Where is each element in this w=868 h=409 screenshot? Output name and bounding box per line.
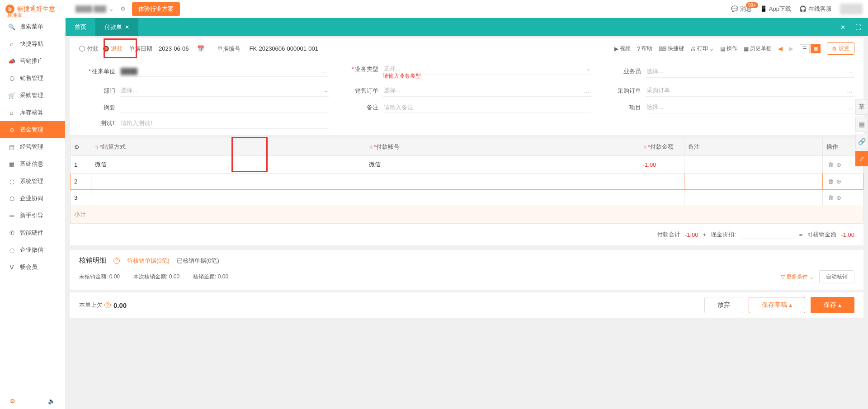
rail-draft-icon[interactable]: 草 xyxy=(855,99,868,115)
delete-icon[interactable]: 🗑 xyxy=(828,178,834,185)
sidebar-item-collab[interactable]: ⬡企业协同 xyxy=(0,190,65,207)
messages-link[interactable]: 💬 消息 99+ xyxy=(731,5,752,13)
logo-sub: 标准版 xyxy=(7,12,22,19)
abandon-button[interactable]: 放弃 xyxy=(704,297,743,313)
field-salesperson[interactable]: 业务员 选择...… xyxy=(605,63,854,80)
verification-section: 核销明细 ? 待核销单据(0笔) 已核销单据(0笔) 未核销金额: 0.00 本… xyxy=(70,250,863,290)
field-remark[interactable]: 备注 xyxy=(342,101,592,113)
messages-badge: 99+ xyxy=(746,2,758,8)
device-icon: ✆ xyxy=(8,230,15,236)
close-icon[interactable]: ✕ xyxy=(125,24,129,30)
field-biz-type[interactable]: *业务类型 选择...⌄ xyxy=(342,63,592,75)
prev-doc-icon[interactable]: ◀ xyxy=(778,45,783,52)
hex2-icon: ⬡ xyxy=(8,195,15,202)
field-dept[interactable]: 部门 选择...⌄ xyxy=(79,85,329,97)
sidebar-item-marketing[interactable]: 📣营销推广 xyxy=(0,52,65,70)
avatar[interactable] xyxy=(840,4,863,14)
delete-icon[interactable]: 🗑 xyxy=(828,194,834,201)
chevron-down-icon: ⌄ xyxy=(324,88,328,94)
sound-icon[interactable]: 🔈 xyxy=(48,398,55,404)
col-account[interactable]: *付款账号 xyxy=(365,138,639,156)
chevron-down-icon: ⌄ xyxy=(586,66,590,72)
radio-refund[interactable]: 退款 xyxy=(103,45,123,53)
delete-icon[interactable]: 🗑 xyxy=(828,161,834,168)
col-settle[interactable]: *结算方式 xyxy=(91,138,365,156)
tab-payment[interactable]: 付款单 ✕ xyxy=(95,18,138,36)
tab-home[interactable]: 首页 xyxy=(66,18,95,36)
date-value[interactable]: 2023-06-06 xyxy=(159,45,189,52)
rail-link-icon[interactable]: 🔗 xyxy=(855,134,868,149)
history-link[interactable]: ▦ 历史单据 xyxy=(744,45,772,52)
col-remark[interactable]: 备注 xyxy=(684,138,822,156)
calendar-icon[interactable]: 📅 xyxy=(197,45,204,52)
auto-verify-button[interactable]: 自动核销 xyxy=(819,270,854,283)
sidebar-item-member[interactable]: V畅会员 xyxy=(0,259,65,276)
rail-doc-icon[interactable]: ▤ xyxy=(855,117,868,132)
field-purchase-order[interactable]: 采购订单 采购订单… xyxy=(605,85,854,97)
sidebar-item-funds[interactable]: ⊙资金管理 xyxy=(0,121,65,138)
view-list-icon[interactable]: ☰ xyxy=(800,44,810,53)
help-link[interactable]: ? 帮助 xyxy=(637,45,652,52)
radio-payment[interactable]: 付款 xyxy=(79,45,99,53)
video-link[interactable]: ▶ 视频 xyxy=(614,45,631,52)
gear-icon[interactable]: ⚙ xyxy=(120,5,126,12)
more-conditions-link[interactable]: ▽ 更多条件 ⌄ xyxy=(781,273,814,281)
org-selector[interactable]: ████ ███ xyxy=(75,5,106,12)
fullscreen-icon[interactable]: ⛶ xyxy=(852,21,864,33)
owed-label: 本单上欠 xyxy=(79,301,103,309)
chevron-down-icon[interactable]: ⌄ xyxy=(109,5,114,12)
field-test1[interactable]: 测试1 xyxy=(79,118,329,129)
test1-input[interactable] xyxy=(120,118,329,129)
table-row[interactable]: 2 🗑⊕ xyxy=(71,174,863,190)
customer-service-link[interactable]: 🎧 在线客服 xyxy=(799,5,832,13)
hex-icon: ⬡ xyxy=(8,75,15,82)
help-icon[interactable]: ? xyxy=(113,258,120,264)
sidebar-item-biz[interactable]: ▤经营管理 xyxy=(0,138,65,155)
shortcut-link[interactable]: ⌨ 快捷键 xyxy=(659,45,684,52)
settings-gear-icon[interactable]: ⚙ xyxy=(10,398,15,404)
tab-done[interactable]: 已核销单据(0笔) xyxy=(177,257,219,265)
tabs-close-all-icon[interactable]: ✕ xyxy=(836,21,849,33)
add-icon[interactable]: ⊕ xyxy=(836,194,841,201)
table-row[interactable]: 3 🗑⊕ xyxy=(71,190,863,206)
next-doc-icon[interactable]: ▶ xyxy=(789,45,793,52)
field-summary[interactable]: 摘要 xyxy=(79,101,329,113)
operate-link[interactable]: ▤ 操作 xyxy=(720,45,737,52)
tab-pending[interactable]: 待核销单据(0笔) xyxy=(127,257,170,265)
field-project[interactable]: 项目 选择...… xyxy=(605,101,854,113)
rail-expand-icon[interactable]: ⤢ xyxy=(855,151,868,166)
cash-discount-input[interactable] xyxy=(741,230,795,239)
print-link[interactable]: 🖨 打印 ⌄ xyxy=(690,45,714,52)
sidebar-item-quicknav[interactable]: ⌂快捷导航 xyxy=(0,35,65,52)
remark-input[interactable] xyxy=(383,102,592,113)
col-amount[interactable]: *付款金额 xyxy=(639,138,684,156)
col-gear[interactable]: ⚙ xyxy=(71,138,91,156)
sidebar-item-system[interactable]: ◌系统管理 xyxy=(0,173,65,190)
view-card-icon[interactable]: ▦ xyxy=(811,44,821,53)
table-row[interactable]: 1 微信 微信 -1.00 🗑⊕ xyxy=(71,156,863,174)
add-icon[interactable]: ⊕ xyxy=(836,178,841,185)
tab-bar: 首页 付款单 ✕ ✕ ⛶ xyxy=(66,18,868,36)
field-sales-order[interactable]: 销售订单 选择...… xyxy=(342,85,592,97)
sidebar-item-sales[interactable]: ⬡销售管理 xyxy=(0,70,65,87)
add-icon[interactable]: ⊕ xyxy=(836,161,841,168)
message-icon: 💬 xyxy=(731,5,738,12)
field-partner[interactable]: *往来单位 ████… xyxy=(79,63,329,80)
verify-title: 核销明细 xyxy=(79,256,106,265)
sidebar-item-base[interactable]: ▦基础信息 xyxy=(0,155,65,173)
settings-button[interactable]: ⚙ 设置 xyxy=(827,42,854,55)
sidebar-item-inventory[interactable]: ⌂库存核算 xyxy=(0,104,65,121)
app-download-link[interactable]: 📱 App下载 xyxy=(760,5,791,13)
summary-input[interactable] xyxy=(120,102,329,113)
cta-button[interactable]: 体验行业方案 xyxy=(132,2,180,16)
sidebar-item-purchase[interactable]: 🛒采购管理 xyxy=(0,87,65,104)
sidebar-item-hardware[interactable]: ✆智能硬件 xyxy=(0,224,65,241)
sidebar-item-search[interactable]: 🔍搜索菜单 xyxy=(0,18,65,35)
home-icon: ⌂ xyxy=(8,41,15,47)
sidebar-item-guide[interactable]: ⇨新手引导 xyxy=(0,207,65,224)
arrow-icon: ⇨ xyxy=(8,212,15,219)
help-icon[interactable]: ? xyxy=(104,302,111,308)
save-draft-button[interactable]: 保存草稿▴ xyxy=(749,297,805,313)
save-button[interactable]: 保存▴ xyxy=(811,297,854,313)
sidebar-item-wecom[interactable]: ◌企业微信 xyxy=(0,241,65,259)
